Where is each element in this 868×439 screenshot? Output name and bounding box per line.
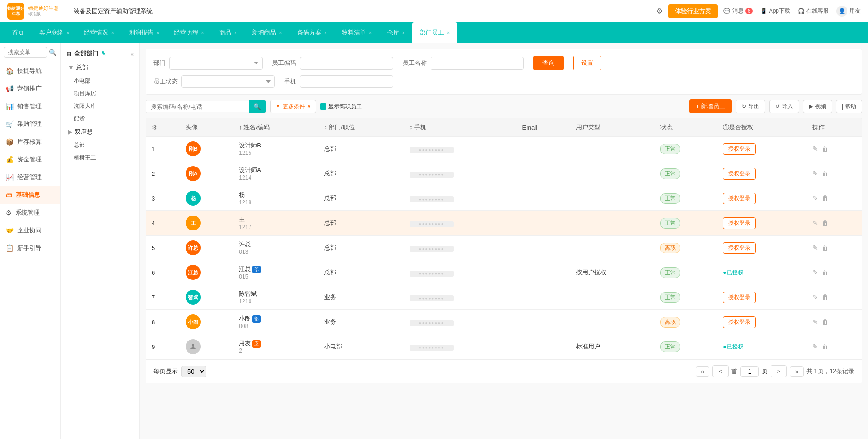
message-btn[interactable]: 💬 消息 6 <box>723 7 753 15</box>
edit-icon[interactable]: ✎ <box>812 343 818 350</box>
delete-icon[interactable]: 🗑 <box>822 219 828 227</box>
edit-icon[interactable]: ✎ <box>812 145 818 153</box>
tab-profit[interactable]: 利润报告 × <box>122 22 167 43</box>
delete-icon[interactable]: 🗑 <box>822 293 828 301</box>
first-page-btn[interactable]: « <box>696 366 709 377</box>
delete-icon[interactable]: 🗑 <box>822 244 828 251</box>
delete-icon[interactable]: 🗑 <box>822 269 828 276</box>
sidebar-search-icon[interactable]: 🔍 <box>49 49 56 56</box>
edit-icon[interactable]: ✎ <box>812 318 818 326</box>
close-icon[interactable]: × <box>279 30 282 35</box>
close-icon[interactable]: × <box>447 30 450 35</box>
filter-emp-name-input[interactable] <box>431 57 524 70</box>
edit-icon[interactable]: ✎ <box>812 269 818 276</box>
delete-icon[interactable]: 🗑 <box>822 318 828 326</box>
col-phone[interactable]: ↕ 手机 <box>404 118 517 137</box>
delete-icon[interactable]: 🗑 <box>822 145 828 153</box>
more-filter-btn[interactable]: ▼ 更多条件 ∧ <box>270 100 316 113</box>
close-icon[interactable]: × <box>369 30 372 35</box>
next-page-btn[interactable]: ＞ <box>771 365 787 377</box>
resigned-checkbox[interactable] <box>320 103 326 110</box>
close-icon[interactable]: × <box>324 30 327 35</box>
dept-node-peihuo[interactable]: 配货 <box>64 112 136 125</box>
page-input[interactable] <box>740 366 759 377</box>
delete-icon[interactable]: 🗑 <box>822 195 828 202</box>
user-btn[interactable]: 👤 用友 <box>836 6 861 17</box>
sidebar-item-purchase[interactable]: 🛒 采购管理 <box>0 115 60 133</box>
show-resigned-toggle[interactable]: 显示离职员工 <box>320 103 362 111</box>
filter-phone-input[interactable] <box>300 75 393 88</box>
sidebar-item-finance[interactable]: 💰 资金管理 <box>0 151 60 168</box>
auth-login-button[interactable]: 授权登录 <box>723 292 756 303</box>
dept-node-shenyang[interactable]: 沈阳大库 <box>64 100 136 112</box>
online-service-btn[interactable]: 🎧 在线客服 <box>798 7 829 15</box>
query-button[interactable]: 查询 <box>533 56 564 70</box>
tab-add-goods[interactable]: 新增商品 × <box>244 22 289 43</box>
close-icon[interactable]: × <box>402 30 405 35</box>
delete-icon[interactable]: 🗑 <box>822 170 828 177</box>
sidebar-item-basic[interactable]: 🗃 基础信息 <box>0 186 60 204</box>
auth-login-button[interactable]: 授权登录 <box>723 217 756 229</box>
auth-login-button[interactable]: 授权登录 <box>723 316 756 328</box>
auth-login-button[interactable]: 授权登录 <box>723 168 756 180</box>
sidebar-item-marketing[interactable]: 📢 营销推广 <box>0 80 60 98</box>
auth-login-button[interactable]: 授权登录 <box>723 193 756 204</box>
col-dept[interactable]: ↕ 部门/职位 <box>319 118 404 137</box>
dept-node-zongbu2[interactable]: 总部 <box>64 139 136 152</box>
edit-icon[interactable]: ✎ <box>812 293 818 301</box>
col-name[interactable]: ↕ 姓名/编码 <box>233 118 319 137</box>
sidebar-item-business[interactable]: 📈 经营管理 <box>0 168 60 186</box>
edit-icon[interactable]: ✎ <box>812 195 818 202</box>
help-button[interactable]: | 帮助 <box>836 100 862 113</box>
auth-login-button[interactable]: 授权登录 <box>723 143 756 155</box>
close-icon[interactable]: × <box>201 30 204 35</box>
sidebar-item-quicknav[interactable]: 🏠 快捷导航 <box>0 62 60 80</box>
delete-icon[interactable]: 🗑 <box>822 343 828 350</box>
dept-node-shuang[interactable]: ▶双座想 <box>64 125 136 139</box>
edit-icon[interactable]: ✎ <box>812 170 818 177</box>
edit-icon[interactable]: ✎ <box>812 219 818 227</box>
search-input[interactable] <box>146 101 249 112</box>
view-button[interactable]: ▶ 视频 <box>803 100 832 113</box>
edit-icon[interactable]: ✎ <box>812 244 818 251</box>
dept-node-xiangmu[interactable]: 项目库房 <box>64 87 136 100</box>
tab-goods[interactable]: 商品 × <box>212 22 244 43</box>
sidebar-item-system[interactable]: ⚙ 系统管理 <box>0 204 60 222</box>
sidebar-item-collab[interactable]: 🤝 企业协同 <box>0 222 60 239</box>
close-icon[interactable]: × <box>111 30 114 35</box>
dept-node-xiaodian[interactable]: 小电部 <box>64 75 136 87</box>
import-button[interactable]: ↺ 导入 <box>769 100 799 113</box>
export-button[interactable]: ↻ 导出 <box>736 100 765 113</box>
close-icon[interactable]: × <box>234 30 237 35</box>
auth-login-button[interactable]: 授权登录 <box>723 242 756 254</box>
tab-home[interactable]: 首页 <box>5 22 32 43</box>
filter-status-select[interactable] <box>181 75 275 88</box>
close-icon[interactable]: × <box>66 30 69 35</box>
tab-bom[interactable]: 物料清单 × <box>334 22 379 43</box>
col-settings[interactable]: ⚙ <box>146 118 180 137</box>
filter-emp-code-input[interactable] <box>300 57 393 70</box>
dept-collapse-btn[interactable]: « <box>131 50 134 57</box>
reset-button[interactable]: 设置 <box>573 56 601 70</box>
tab-operations[interactable]: 经营情况 × <box>76 22 121 43</box>
trial-button[interactable]: 体验行业方案 <box>668 4 718 18</box>
filter-dept-select[interactable] <box>169 57 263 70</box>
close-icon[interactable]: × <box>156 30 159 35</box>
dept-edit-icon[interactable]: ✎ <box>101 50 106 57</box>
add-employee-button[interactable]: + 新增员工 <box>689 99 732 113</box>
sidebar-item-sales[interactable]: 📊 销售管理 <box>0 98 60 115</box>
tab-customer[interactable]: 客户联络 × <box>32 22 76 43</box>
search-button[interactable]: 🔍 <box>249 100 266 113</box>
sidebar-item-inventory[interactable]: 📦 库存核算 <box>0 133 60 151</box>
last-page-btn[interactable]: » <box>790 366 803 377</box>
per-page-select[interactable]: 50 <box>181 366 206 377</box>
tab-employees[interactable]: 部门员工 × <box>412 22 457 43</box>
dept-node-parent-zongbu[interactable]: ▼总部 <box>64 61 136 75</box>
prev-page-btn[interactable]: ＜ <box>712 365 729 377</box>
sidebar-search-input[interactable] <box>4 47 47 58</box>
sidebar-item-guide[interactable]: 📋 新手引导 <box>0 239 60 257</box>
tab-barcode[interactable]: 条码方案 × <box>290 22 334 43</box>
dept-node-zhishu[interactable]: 植树王二 <box>64 152 136 164</box>
settings-icon[interactable]: ⚙ <box>656 7 663 15</box>
app-download-btn[interactable]: 📱 App下载 <box>760 7 790 15</box>
